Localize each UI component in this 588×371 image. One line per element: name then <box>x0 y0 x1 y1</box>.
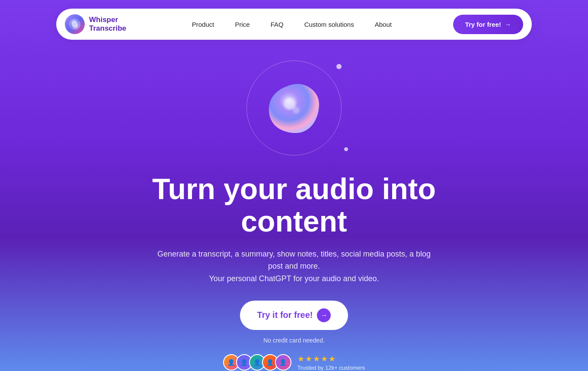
hero-section: Whisper Transcribe Product Price FAQ Cus… <box>0 0 588 371</box>
stars-row: ★ ★ ★ ★ ★ <box>297 354 365 364</box>
nav-about[interactable]: About <box>375 21 392 28</box>
nav-links: Product Price FAQ Custom solutions About <box>144 21 440 28</box>
hero-subtitle-line2: Your personal ChatGPT for your audio and… <box>209 274 379 283</box>
nav-faq[interactable]: FAQ <box>271 21 284 28</box>
hero-cta-arrow-icon: → <box>317 308 331 322</box>
avatar-stack: 👤 👤 👤 👤 👤 <box>223 354 288 371</box>
logo-link[interactable]: Whisper Transcribe <box>65 14 126 34</box>
orb-blob <box>264 78 324 138</box>
logo-text: Whisper Transcribe <box>89 16 126 33</box>
nav-cta-arrow-icon: → <box>505 21 511 28</box>
nav-product[interactable]: Product <box>192 21 214 28</box>
avatar-5: 👤 <box>275 354 291 371</box>
star-3: ★ <box>313 354 320 364</box>
hero-subtitle-line1: Generate a transcript, a summary, show n… <box>157 250 431 271</box>
social-proof: 👤 👤 👤 👤 👤 ★ ★ ★ ★ ★ Trusted by 12k+ cust… <box>223 354 365 371</box>
hero-subtitle: Generate a transcript, a summary, show n… <box>156 248 432 285</box>
star-2: ★ <box>305 354 312 364</box>
navbar: Whisper Transcribe Product Price FAQ Cus… <box>56 9 532 40</box>
nav-cta-button[interactable]: Try for free! → <box>453 15 523 34</box>
logo-icon <box>65 14 85 34</box>
hero-cta-label: Try it for free! <box>257 310 313 320</box>
star-1: ★ <box>297 354 304 364</box>
nav-cta-label: Try for free! <box>465 21 501 28</box>
orb-dot-1 <box>336 64 342 69</box>
stars-trust-container: ★ ★ ★ ★ ★ Trusted by 12k+ customers <box>297 354 365 371</box>
trust-text: Trusted by 12k+ customers <box>297 365 365 371</box>
hero-orb <box>242 56 346 160</box>
nav-price[interactable]: Price <box>235 21 249 28</box>
hero-cta-button[interactable]: Try it for free! → <box>240 301 348 330</box>
orb-dot-2 <box>344 147 348 151</box>
star-5: ★ <box>329 354 336 364</box>
star-4: ★ <box>321 354 328 364</box>
nav-custom[interactable]: Custom solutions <box>304 21 354 28</box>
svg-point-3 <box>293 107 300 114</box>
hero-title: Turn your audio into content <box>99 173 489 238</box>
no-credit-card-text: No credit card needed. <box>263 337 325 344</box>
